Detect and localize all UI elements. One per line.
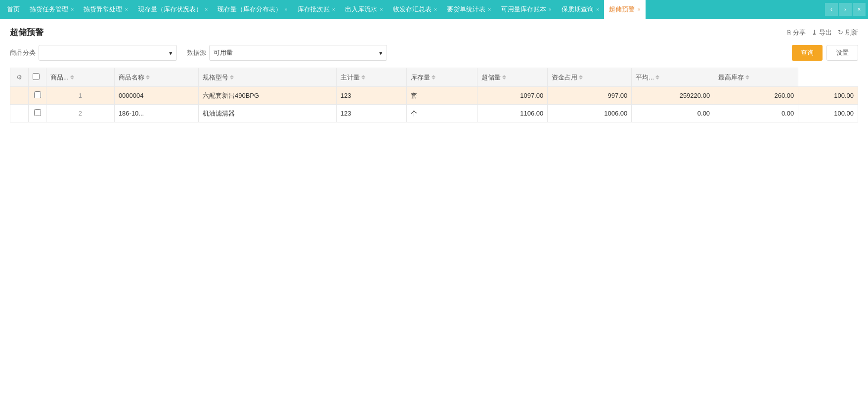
- th-avg[interactable]: 平均...: [632, 68, 714, 87]
- export-button[interactable]: ⤓ 导出: [812, 28, 832, 37]
- export-icon: ⤓: [812, 29, 817, 36]
- row-gear-cell: [10, 105, 29, 122]
- sort-icon: [361, 75, 365, 79]
- row-checkbox-cell[interactable]: [29, 105, 46, 122]
- row-unit: 个: [407, 105, 477, 122]
- row-checkbox-cell[interactable]: [29, 87, 46, 105]
- filter-row: 商品分类 ▾ 数据源 可用量 ▾ 查询 设置: [10, 45, 858, 61]
- nav-exception[interactable]: 拣货异常处理 ×: [79, 0, 132, 19]
- row-index: 1: [46, 87, 115, 105]
- nav-available-acct[interactable]: 可用量库存账本 ×: [496, 0, 557, 19]
- row-unit: 套: [407, 87, 477, 105]
- close-icon[interactable]: ×: [434, 6, 437, 12]
- sort-icon: [146, 75, 150, 79]
- nav-batch[interactable]: 库存批次账 ×: [293, 0, 340, 19]
- sort-icon: [70, 75, 74, 79]
- th-unit[interactable]: 主计量: [336, 68, 406, 87]
- row-gear-cell: [10, 87, 29, 105]
- nav-order-stat[interactable]: 要货单统计表 ×: [442, 0, 496, 19]
- nav-quality-check[interactable]: 保质期查询 ×: [557, 0, 604, 19]
- sort-icon: [655, 75, 659, 79]
- close-icon[interactable]: ×: [71, 6, 74, 12]
- row-index: 2: [46, 105, 115, 122]
- nav-task-mgmt[interactable]: 拣货任务管理 ×: [25, 0, 79, 19]
- row-spec: 123: [336, 87, 406, 105]
- page-title: 超储预警: [10, 27, 43, 38]
- category-label: 商品分类: [10, 48, 36, 57]
- nav-prev-button[interactable]: ‹: [825, 3, 838, 16]
- th-max-stock[interactable]: 最高库存: [714, 68, 798, 87]
- close-icon[interactable]: ×: [284, 6, 287, 12]
- select-all-checkbox[interactable]: [33, 73, 40, 80]
- row-avg: 0.00: [714, 105, 798, 122]
- query-button[interactable]: 查询: [792, 45, 823, 61]
- sort-icon: [432, 75, 435, 79]
- th-stock-qty[interactable]: 库存量: [407, 68, 477, 87]
- close-icon[interactable]: ×: [205, 6, 208, 12]
- close-icon[interactable]: ×: [637, 6, 640, 12]
- th-checkbox[interactable]: [29, 68, 46, 87]
- sort-icon: [502, 75, 506, 79]
- share-button[interactable]: ⎘ 分享: [787, 28, 806, 37]
- category-filter-group: 商品分类 ▾: [10, 45, 177, 61]
- row-overstock-qty: 997.00: [548, 87, 632, 105]
- row-product-name: 六配套新昌490BPG: [198, 87, 336, 105]
- nav-collect-send[interactable]: 收发存汇总表 ×: [388, 0, 442, 19]
- th-capital-used[interactable]: 资金占用: [548, 68, 632, 87]
- close-icon[interactable]: ×: [125, 6, 128, 12]
- row-overstock-qty: 1006.00: [548, 105, 632, 122]
- page-header: 超储预警 ⎘ 分享 ⤓ 导出 ↻ 刷新: [10, 27, 858, 38]
- nav-inventory-status[interactable]: 现存量（库存状况表） ×: [133, 0, 213, 19]
- gear-icon[interactable]: ⚙: [14, 73, 24, 82]
- row-product-code: 186-10...: [114, 105, 198, 122]
- nav-menu-button[interactable]: ×: [853, 3, 866, 16]
- close-icon[interactable]: ×: [596, 6, 599, 12]
- nav-next-button[interactable]: ›: [839, 3, 852, 16]
- datasource-filter-group: 数据源 可用量 ▾: [187, 45, 387, 61]
- data-table: ⚙ 商品... 商品名称: [10, 68, 858, 122]
- row-max-stock: 100.00: [798, 105, 858, 122]
- row-product-code: 0000004: [114, 87, 198, 105]
- table-header-row: ⚙ 商品... 商品名称: [10, 68, 858, 87]
- nav-inventory-dist[interactable]: 现存量（库存分布表） ×: [213, 0, 292, 19]
- th-product-name[interactable]: 商品名称: [114, 68, 198, 87]
- top-nav: 首页 拣货任务管理 × 拣货异常处理 × 现存量（库存状况表） × 现存量（库存…: [0, 0, 868, 19]
- th-overstock-qty[interactable]: 超储量: [477, 68, 547, 87]
- row-product-name: 机油滤清器: [198, 105, 336, 122]
- filter-actions: 查询 设置: [792, 45, 858, 61]
- row-avg: 260.00: [714, 87, 798, 105]
- sort-icon: [745, 75, 749, 79]
- row-capital-used: 0.00: [632, 105, 714, 122]
- datasource-value: 可用量: [214, 48, 233, 57]
- th-spec[interactable]: 规格型号: [198, 68, 336, 87]
- th-product-code[interactable]: 商品...: [46, 68, 115, 87]
- refresh-icon: ↻: [838, 29, 843, 36]
- page-content: 超储预警 ⎘ 分享 ⤓ 导出 ↻ 刷新 商品分类 ▾ 数据源: [0, 19, 868, 395]
- row-stock-qty: 1097.00: [477, 87, 547, 105]
- close-icon[interactable]: ×: [549, 6, 552, 12]
- header-actions: ⎘ 分享 ⤓ 导出 ↻ 刷新: [787, 28, 858, 37]
- th-gear[interactable]: ⚙: [10, 68, 29, 87]
- close-icon[interactable]: ×: [488, 6, 491, 12]
- nav-home[interactable]: 首页: [2, 0, 25, 19]
- row-spec: 123: [336, 105, 406, 122]
- settings-button[interactable]: 设置: [826, 45, 858, 61]
- nav-inout-flow[interactable]: 出入库流水 ×: [340, 0, 388, 19]
- table-row: 2 186-10... 机油滤清器 123 个 1106.00 1006.00 …: [10, 105, 858, 122]
- table-row: 1 0000004 六配套新昌490BPG 123 套 1097.00 997.…: [10, 87, 858, 105]
- close-icon[interactable]: ×: [380, 6, 383, 12]
- close-icon[interactable]: ×: [332, 6, 335, 12]
- category-select[interactable]: ▾: [39, 45, 177, 61]
- share-icon: ⎘: [787, 29, 791, 36]
- chevron-down-icon: ▾: [169, 49, 173, 57]
- row-checkbox[interactable]: [34, 109, 41, 116]
- nav-arrows: ‹ › ×: [825, 3, 866, 16]
- datasource-label: 数据源: [187, 48, 206, 57]
- sort-icon: [579, 75, 583, 79]
- refresh-button[interactable]: ↻ 刷新: [838, 28, 858, 37]
- datasource-select[interactable]: 可用量 ▾: [209, 45, 387, 61]
- row-checkbox[interactable]: [34, 91, 41, 98]
- row-max-stock: 100.00: [798, 87, 858, 105]
- nav-overstock-warn[interactable]: 超储预警 ×: [604, 0, 645, 19]
- row-capital-used: 259220.00: [632, 87, 714, 105]
